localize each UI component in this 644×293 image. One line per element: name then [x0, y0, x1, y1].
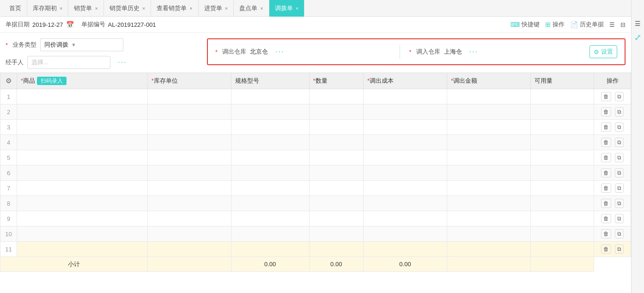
delete-btn-4[interactable]: 🗑: [601, 138, 611, 147]
table-row: 1 🗑 ⧉: [0, 89, 631, 104]
tab-stocktake-close[interactable]: ×: [260, 6, 263, 11]
calendar-icon[interactable]: 📅: [66, 21, 74, 28]
copy-btn-9[interactable]: ⧉: [615, 214, 624, 223]
table-row: 7 🗑 ⧉: [0, 181, 631, 196]
row-4-product[interactable]: [17, 135, 148, 150]
tab-view-sales[interactable]: 查看销货单 ×: [151, 0, 198, 17]
tab-transfer[interactable]: 调拨单 ×: [269, 0, 304, 17]
tab-sales-history-close[interactable]: ×: [142, 6, 145, 11]
delete-btn-1[interactable]: 🗑: [601, 92, 611, 101]
operator-placeholder: 选择...: [31, 58, 49, 67]
business-type-select[interactable]: 同价调拨 ▼: [40, 38, 123, 51]
layout-icon1: ☰: [609, 21, 615, 28]
col-available-label: 可用量: [535, 77, 553, 84]
col-amount-label: 调出金额: [453, 77, 477, 84]
sidebar-list-icon[interactable]: ☰: [633, 18, 643, 29]
business-type-value: 同价调拨: [44, 41, 68, 49]
operations-btn[interactable]: ⊞ 操作: [545, 20, 565, 29]
operator-select[interactable]: 选择...: [27, 56, 110, 69]
copy-btn-4[interactable]: ⧉: [615, 138, 624, 147]
copy-btn-5[interactable]: ⧉: [615, 153, 624, 162]
delete-btn-5[interactable]: 🗑: [601, 153, 611, 162]
table-gear-icon[interactable]: ⚙: [6, 77, 12, 85]
row-2-spec: [231, 104, 309, 120]
table-row: 9 🗑 ⧉: [0, 211, 631, 226]
row-6-available: [531, 165, 594, 181]
copy-btn-2[interactable]: ⧉: [615, 107, 624, 116]
source-warehouse-label: 调出仓库: [222, 48, 246, 56]
row-1-product[interactable]: [17, 89, 148, 104]
row-8-product[interactable]: [17, 196, 148, 211]
row-5-spec: [231, 150, 309, 165]
delete-btn-10[interactable]: 🗑: [601, 229, 611, 238]
tab-sales-history[interactable]: 销货单历史 ×: [104, 0, 151, 17]
tab-purchase-close[interactable]: ×: [225, 6, 228, 11]
row-7-product[interactable]: [17, 181, 148, 196]
table-header-row: ⚙ *商品 扫码录入 *库存单位 规格型号 *数量: [0, 73, 631, 89]
row-11-product[interactable]: [17, 242, 148, 257]
row-6-product[interactable]: [17, 165, 148, 181]
row-11-cost: [364, 242, 447, 257]
row-3-product[interactable]: [17, 120, 148, 135]
row-2-product[interactable]: [17, 104, 148, 120]
source-more-icon[interactable]: ···: [275, 48, 284, 56]
copy-btn-8[interactable]: ⧉: [615, 199, 624, 208]
copy-btn-11[interactable]: ⧉: [615, 244, 624, 254]
delete-btn-7[interactable]: 🗑: [601, 183, 611, 193]
tab-inventory-init[interactable]: 库存期初 ×: [27, 0, 68, 17]
tab-home-label: 首页: [9, 4, 21, 12]
history-btn[interactable]: 📄 历史单据: [570, 20, 604, 29]
tab-sales-close[interactable]: ×: [95, 6, 97, 11]
business-type-field: * 业务类型 同价调拨 ▼: [6, 38, 200, 51]
delete-btn-8[interactable]: 🗑: [601, 199, 611, 208]
delete-btn-11[interactable]: 🗑: [601, 244, 611, 254]
scan-input-btn[interactable]: 扫码录入: [37, 77, 67, 85]
tab-transfer-close[interactable]: ×: [296, 6, 298, 11]
row-7-cost: [364, 181, 447, 196]
target-more-icon[interactable]: ···: [469, 48, 478, 56]
row-8-unit: [147, 196, 231, 211]
number-group: 单据编号 AL-20191227-001: [81, 20, 156, 29]
row-5-product[interactable]: [17, 150, 148, 165]
tab-view-sales-close[interactable]: ×: [189, 6, 192, 11]
operations-icon: ⊞: [545, 21, 551, 28]
date-group: 单据日期 2019-12-27 📅: [6, 20, 74, 29]
shortcuts-btn[interactable]: ⌨ 快捷键: [510, 20, 540, 29]
sidebar-expand-icon[interactable]: ⤢: [633, 32, 643, 43]
row-9-product[interactable]: [17, 211, 148, 226]
row-num-2: 2: [0, 104, 17, 120]
table-row: 2 🗑 ⧉: [0, 104, 631, 120]
layout-btn1[interactable]: ☰: [609, 21, 615, 28]
operator-more-icon[interactable]: ···: [118, 58, 127, 67]
delete-btn-9[interactable]: 🗑: [601, 214, 611, 223]
delete-btn-2[interactable]: 🗑: [601, 107, 611, 116]
row-10-amount: [447, 226, 531, 242]
row-3-qty: [309, 120, 363, 135]
row-11-spec: [231, 242, 309, 257]
tab-inventory-init-close[interactable]: ×: [60, 6, 62, 11]
delete-btn-3[interactable]: 🗑: [601, 122, 611, 132]
row-6-cost: [364, 165, 447, 181]
tab-purchase[interactable]: 进货单 ×: [199, 0, 234, 17]
settings-button[interactable]: ⚙ 设置: [589, 45, 617, 58]
copy-btn-6[interactable]: ⧉: [615, 168, 624, 177]
layout-btn2[interactable]: ⊟: [620, 21, 626, 28]
delete-btn-6[interactable]: 🗑: [601, 168, 611, 177]
copy-btn-3[interactable]: ⧉: [615, 122, 624, 132]
table-row: 11 🗑 ⧉: [0, 242, 631, 257]
tab-sales[interactable]: 销货单 ×: [68, 0, 103, 17]
row-3-spec: [231, 120, 309, 135]
row-3-amount: [447, 120, 531, 135]
copy-btn-1[interactable]: ⧉: [615, 92, 624, 101]
row-3-available: [531, 120, 594, 135]
col-spec-label: 规格型号: [235, 77, 259, 84]
settings-gear-icon: ⚙: [594, 49, 599, 55]
row-10-product[interactable]: [17, 226, 148, 242]
tab-home[interactable]: 首页: [4, 0, 27, 17]
copy-btn-7[interactable]: ⧉: [615, 183, 624, 193]
copy-btn-10[interactable]: ⧉: [615, 229, 624, 238]
tab-stocktake[interactable]: 盘点单 ×: [234, 0, 269, 17]
subtotal-amount: 0.00: [364, 257, 447, 272]
history-label: 历史单据: [580, 20, 604, 29]
row-1-amount: [447, 89, 531, 104]
